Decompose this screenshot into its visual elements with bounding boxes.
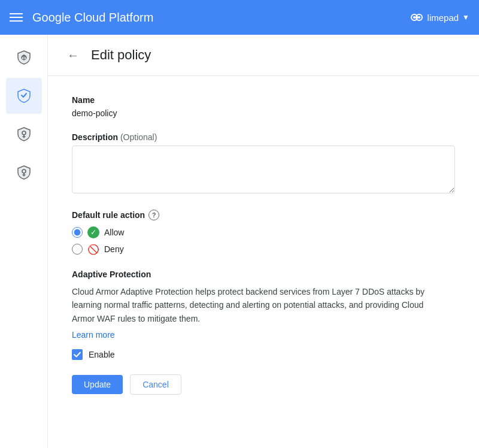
help-icon[interactable]: ?	[148, 210, 159, 220]
enable-label: Enable	[89, 350, 115, 359]
checkmark-icon	[73, 350, 81, 359]
description-section: Description (Optional)	[72, 132, 455, 195]
adaptive-protection-heading: Adaptive Protection	[72, 270, 455, 279]
sidebar-item-key1[interactable]	[6, 116, 42, 152]
app-title: Google Cloud Platform	[32, 11, 400, 25]
name-value: demo-policy	[72, 108, 455, 118]
adaptive-protection-section: Adaptive Protection Cloud Armor Adaptive…	[72, 270, 455, 360]
name-section: Name demo-policy	[72, 95, 455, 118]
enable-checkbox[interactable]	[72, 349, 83, 360]
rule-action-label: Default rule action ?	[72, 210, 455, 220]
allow-option[interactable]: ✓ Allow	[72, 226, 455, 238]
app-header: Google Cloud Platform limepad ▼	[0, 0, 479, 35]
deny-icon: 🚫	[87, 243, 99, 255]
deny-label: Deny	[104, 244, 124, 254]
project-dropdown-arrow: ▼	[462, 13, 469, 22]
form-actions: Update Cancel	[72, 374, 455, 395]
project-icon	[410, 10, 424, 25]
description-optional: (Optional)	[120, 132, 157, 142]
description-label: Description (Optional)	[72, 132, 455, 142]
cancel-button[interactable]: Cancel	[130, 374, 181, 395]
allow-radio[interactable]	[72, 227, 83, 238]
name-label: Name	[72, 95, 455, 105]
key-shield-icon-2	[16, 164, 32, 181]
allow-icon: ✓	[87, 226, 99, 238]
hamburger-menu-icon[interactable]	[10, 13, 23, 22]
main-content: ← Edit policy Name demo-policy Descripti…	[48, 35, 479, 448]
adaptive-protection-description: Cloud Armor Adaptive Protection helps pr…	[72, 285, 443, 325]
svg-point-2	[413, 16, 416, 19]
deny-radio[interactable]	[72, 244, 83, 255]
description-textarea[interactable]	[72, 146, 455, 193]
rule-action-section: Default rule action ? ✓ Allow 🚫 Deny	[72, 210, 455, 255]
project-selector[interactable]: limepad ▼	[410, 10, 469, 25]
page-title: Edit policy	[91, 47, 151, 63]
sidebar-item-armor[interactable]	[6, 78, 42, 114]
sidebar-item-key2[interactable]	[6, 155, 42, 190]
main-layout: ← Edit policy Name demo-policy Descripti…	[0, 35, 479, 448]
allow-label: Allow	[104, 228, 124, 237]
form-content: Name demo-policy Description (Optional) …	[48, 76, 479, 414]
back-button[interactable]: ←	[62, 44, 84, 66]
svg-point-3	[418, 16, 420, 19]
network-shield-icon	[16, 49, 32, 66]
sidebar-item-network[interactable]	[6, 40, 42, 75]
armor-shield-icon	[16, 87, 32, 104]
deny-option[interactable]: 🚫 Deny	[72, 243, 455, 255]
learn-more-link[interactable]: Learn more	[72, 330, 115, 340]
update-button[interactable]: Update	[72, 375, 123, 394]
sidebar	[0, 35, 48, 448]
project-name: limepad	[428, 13, 459, 23]
enable-checkbox-row: Enable	[72, 349, 455, 360]
key-shield-icon-1	[16, 126, 32, 143]
page-header: ← Edit policy	[48, 35, 479, 76]
